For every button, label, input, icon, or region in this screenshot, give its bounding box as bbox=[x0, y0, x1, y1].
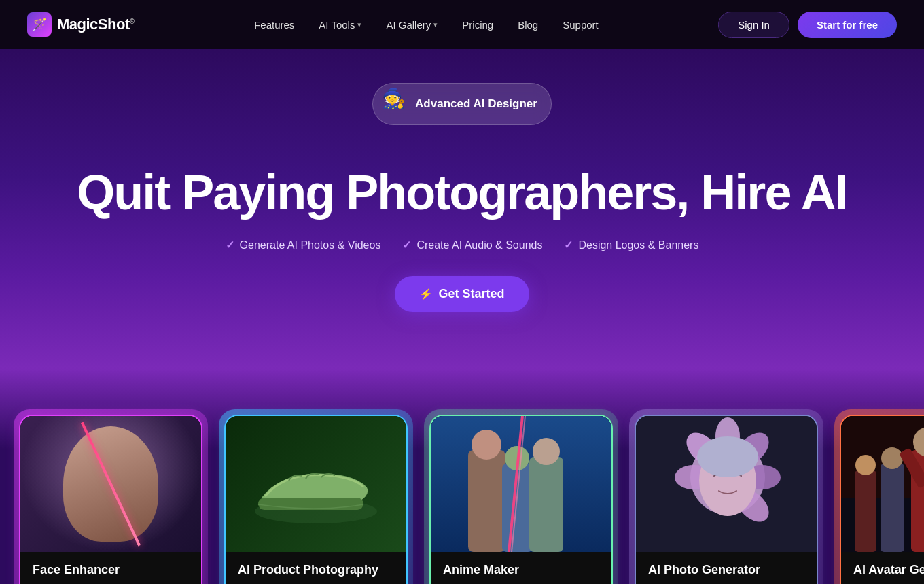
svg-rect-8 bbox=[529, 457, 563, 552]
bolt-icon: ⚡ bbox=[419, 288, 433, 300]
hero-section: 🧙 Advanced AI Designer Quit Paying Photo… bbox=[0, 49, 924, 368]
feature-3: ✓ Design Logos & Banners bbox=[564, 239, 698, 252]
logo-text: MagicShot© bbox=[57, 16, 135, 33]
nav-blog[interactable]: Blog bbox=[518, 19, 538, 31]
nav-ai-gallery[interactable]: AI Gallery ▾ bbox=[386, 19, 438, 31]
card-image-avatar bbox=[841, 416, 924, 552]
card-title-anime: Anime Maker bbox=[443, 563, 599, 577]
logo-icon: 🪄 bbox=[27, 12, 52, 37]
check-icon-3: ✓ bbox=[564, 239, 573, 252]
navbar: 🪄 MagicShot© Features AI Tools ▾ AI Gall… bbox=[0, 0, 924, 49]
card-title-photo-gen: AI Photo Generator bbox=[648, 563, 804, 577]
svg-rect-26 bbox=[881, 464, 904, 552]
card-body-photo-gen: AI Photo Generator Try Now → bbox=[636, 552, 817, 584]
card-avatar: AI Avatar Gener... Try Now → bbox=[840, 415, 924, 584]
card-face-enhancer: Face Enhancer Try Now → bbox=[19, 415, 202, 584]
card-image-anime bbox=[431, 416, 611, 552]
card-body-anime: Anime Maker Try Now → bbox=[431, 552, 611, 584]
nav-links: Features AI Tools ▾ AI Gallery ▾ Pricing… bbox=[254, 19, 599, 31]
card-wrapper-avatar: AI Avatar Gener... Try Now → bbox=[834, 409, 924, 584]
card-photo-gen: AI Photo Generator Try Now → bbox=[635, 415, 818, 584]
chevron-down-icon: ▾ bbox=[433, 20, 438, 29]
hero-features: ✓ Generate AI Photos & Videos ✓ Create A… bbox=[27, 239, 897, 252]
anime-svg bbox=[431, 416, 611, 552]
card-wrapper-anime: Anime Maker Try Now → bbox=[424, 409, 618, 584]
photo-gen-svg bbox=[636, 416, 817, 552]
card-anime: Anime Maker Try Now → bbox=[429, 415, 613, 584]
svg-point-9 bbox=[533, 438, 560, 465]
svg-point-5 bbox=[472, 430, 501, 460]
svg-point-25 bbox=[855, 455, 876, 475]
check-icon-1: ✓ bbox=[226, 239, 234, 252]
nav-pricing[interactable]: Pricing bbox=[462, 19, 493, 31]
signin-button[interactable]: Sign In bbox=[718, 12, 789, 38]
feature-1: ✓ Generate AI Photos & Videos bbox=[226, 239, 381, 252]
badge-label: Advanced AI Designer bbox=[415, 97, 537, 111]
card-product: AI Product Photography Try Now → bbox=[224, 415, 408, 584]
card-title-product: AI Product Photography bbox=[238, 563, 394, 577]
feature-2: ✓ Create AI Audio & Sounds bbox=[402, 239, 542, 252]
nav-features[interactable]: Features bbox=[254, 19, 294, 31]
shoe-svg bbox=[248, 436, 384, 532]
svg-rect-4 bbox=[468, 450, 505, 552]
card-image-product bbox=[226, 416, 406, 552]
nav-support[interactable]: Support bbox=[563, 19, 599, 31]
card-body-avatar: AI Avatar Gener... Try Now → bbox=[841, 552, 924, 584]
start-free-button[interactable]: Start for free bbox=[798, 12, 897, 38]
card-body-face-enhancer: Face Enhancer Try Now → bbox=[20, 552, 201, 584]
svg-rect-24 bbox=[855, 470, 876, 552]
card-image-photo-gen bbox=[636, 416, 817, 552]
cards-row: Face Enhancer Try Now → bbox=[0, 409, 924, 584]
card-wrapper-photo-gen: AI Photo Generator Try Now → bbox=[629, 409, 823, 584]
check-icon-2: ✓ bbox=[402, 239, 411, 252]
card-wrapper-face-enhancer: Face Enhancer Try Now → bbox=[14, 409, 208, 584]
svg-point-27 bbox=[881, 447, 903, 469]
avatar-svg bbox=[841, 416, 924, 552]
card-title-face-enhancer: Face Enhancer bbox=[33, 563, 189, 577]
wizard-icon: 🧙 bbox=[378, 89, 408, 119]
card-title-avatar: AI Avatar Gener... bbox=[853, 563, 924, 577]
get-started-button[interactable]: ⚡ Get Started bbox=[395, 276, 529, 312]
card-image-face-enhancer bbox=[20, 416, 201, 552]
card-wrapper-product: AI Product Photography Try Now → bbox=[219, 409, 413, 584]
hero-badge: 🧙 Advanced AI Designer bbox=[372, 83, 552, 125]
nav-ai-tools[interactable]: AI Tools ▾ bbox=[319, 19, 361, 31]
chevron-down-icon: ▾ bbox=[357, 20, 361, 29]
svg-point-21 bbox=[697, 436, 758, 477]
card-body-product: AI Product Photography Try Now → bbox=[226, 552, 406, 584]
cards-section: Face Enhancer Try Now → bbox=[0, 368, 924, 584]
nav-actions: Sign In Start for free bbox=[718, 12, 897, 38]
logo[interactable]: 🪄 MagicShot© bbox=[27, 12, 135, 37]
hero-title: Quit Paying Photographers, Hire AI bbox=[27, 166, 897, 220]
